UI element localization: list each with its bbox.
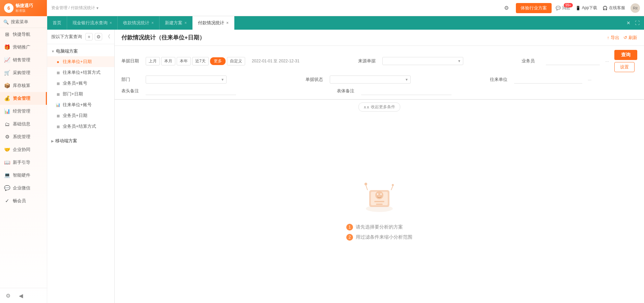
sidebar-item-enterprise[interactable]: 🤝 企业协同 bbox=[0, 143, 47, 156]
unit-input-more[interactable]: ··· bbox=[588, 77, 591, 82]
voucher-status-label: 单据状态 bbox=[305, 77, 324, 83]
tab-maximize-btn[interactable]: ⛶ bbox=[633, 19, 641, 27]
staff-input[interactable] bbox=[546, 57, 600, 65]
sales-icon: 📈 bbox=[4, 57, 10, 63]
collapse-conditions-btn[interactable]: ∧∧ 收起更多条件 bbox=[358, 102, 400, 112]
dept-select[interactable]: ▾ bbox=[146, 75, 227, 84]
scheme-icon-1: ▦ bbox=[55, 70, 61, 75]
scheme-item-unit-settle[interactable]: ▦ 往来单位+结算方式 bbox=[47, 67, 114, 78]
settings-gear-btn[interactable]: ⚙ bbox=[502, 3, 511, 13]
messages-btn[interactable]: 💬 消息 99+ bbox=[556, 5, 570, 11]
mobile-scheme-section: ▶ 移动端方案 bbox=[47, 134, 114, 148]
guide-icon: 📖 bbox=[4, 159, 10, 165]
tab-close-receipt[interactable]: × bbox=[151, 21, 154, 25]
sidebar-collapse-btn[interactable]: ◀ bbox=[16, 291, 26, 300]
tab-close-cash-flow[interactable]: × bbox=[110, 21, 112, 25]
header-note-label: 表头备注 bbox=[121, 88, 140, 94]
mobile-section-arrow: ▶ bbox=[51, 139, 54, 143]
tab-close-window-btn[interactable]: ✕ bbox=[624, 19, 633, 27]
member-icon: ✓ bbox=[4, 198, 10, 204]
filter-settings-btn[interactable]: 设置 bbox=[614, 62, 635, 72]
sidebar-item-finance[interactable]: 💰 资金管理 bbox=[0, 92, 47, 105]
sidebar-item-purchase[interactable]: 🛒 采购管理 bbox=[0, 66, 47, 79]
empty-illustration bbox=[359, 177, 400, 217]
scheme-item-unit-date[interactable]: ● 往来单位+日期 bbox=[47, 56, 114, 67]
date-buttons: 上月 本月 本年 近7天 更多 自定义 bbox=[146, 57, 245, 65]
left-panel-collapse-btn[interactable]: 《 bbox=[106, 34, 110, 40]
pc-section-title[interactable]: ▼ 电脑端方案 bbox=[47, 46, 114, 56]
unit-input[interactable] bbox=[514, 75, 582, 84]
user-avatar[interactable]: Rit bbox=[631, 3, 640, 13]
scheme-item-staff-account[interactable]: ▦ 业务员+账号 bbox=[47, 78, 114, 89]
pc-scheme-section: ▼ 电脑端方案 ● 往来单位+日期 ▦ 往来单位+结算方式 ▦ 业务员+账号 ▦ bbox=[47, 44, 114, 134]
sidebar-item-wechat[interactable]: 💬 企业微信 bbox=[0, 182, 47, 194]
sidebar-item-inventory[interactable]: 📦 库存核算 bbox=[0, 79, 47, 92]
add-scheme-btn[interactable]: + bbox=[85, 33, 93, 40]
scheme-item-unit-account[interactable]: 📊 往来单位+账号 bbox=[47, 99, 114, 110]
sidebar-item-basic[interactable]: 🗂 基础信息 bbox=[0, 118, 47, 130]
trial-btn[interactable]: 体验行业方案 bbox=[516, 3, 552, 13]
sidebar-item-guide[interactable]: 📖 新手引导 bbox=[0, 156, 47, 169]
date-btn-custom[interactable]: 自定义 bbox=[227, 57, 245, 65]
scheme-icon-5: ▦ bbox=[55, 113, 61, 118]
refresh-btn[interactable]: ↺ 刷新 bbox=[623, 35, 637, 41]
voucher-status-select[interactable]: ▾ bbox=[330, 75, 411, 84]
sidebar-item-member[interactable]: ✓ 畅会员 bbox=[0, 194, 47, 207]
sidebar-item-hardware[interactable]: 💻 智能硬件 bbox=[0, 169, 47, 182]
sidebar-item-operation[interactable]: 📊 经营管理 bbox=[0, 105, 47, 118]
query-btn[interactable]: 查询 bbox=[614, 50, 637, 60]
tab-close-payment[interactable]: × bbox=[226, 21, 229, 25]
staff-input-more[interactable]: ··· bbox=[605, 59, 609, 64]
scheme-settings-btn[interactable]: ⚙ bbox=[95, 33, 102, 40]
pc-section-arrow: ▼ bbox=[51, 50, 55, 53]
sidebar-item-system[interactable]: ⚙ 系统管理 bbox=[0, 130, 47, 143]
sidebar-item-sales[interactable]: 📈 销售管理 bbox=[0, 54, 47, 66]
mobile-section-title[interactable]: ▶ 移动端方案 bbox=[47, 136, 114, 146]
app-download-btn[interactable]: 📱 App下载 bbox=[576, 5, 597, 11]
svg-point-3 bbox=[375, 191, 383, 199]
date-btn-this-year[interactable]: 本年 bbox=[177, 57, 191, 65]
breadcrumb-dropdown-icon[interactable]: ▾ bbox=[96, 6, 98, 10]
tabs-spacer bbox=[234, 16, 622, 30]
finance-icon: 💰 bbox=[4, 95, 10, 101]
date-btn-more[interactable]: 更多 bbox=[210, 57, 226, 65]
page-header-actions: ↑ 导出 ↺ 刷新 bbox=[607, 35, 638, 41]
tab-new-scheme[interactable]: 新建方案 × bbox=[159, 16, 193, 30]
source-filter-label: 来源单据 bbox=[358, 58, 377, 64]
scheme-item-staff-date[interactable]: ▦ 业务员+日期 bbox=[47, 110, 114, 121]
empty-state: 1 请先选择要分析的方案 2 用过滤条件来缩小分析范围 bbox=[115, 114, 644, 303]
tab-receipt-stats[interactable]: 收款情况统计 × bbox=[118, 16, 159, 30]
phone-icon: 📱 bbox=[576, 6, 581, 10]
svg-line-8 bbox=[366, 185, 368, 190]
service-btn[interactable]: 🎧 在线客服 bbox=[603, 5, 625, 11]
tab-close-new-scheme[interactable]: × bbox=[184, 21, 187, 25]
sidebar-nav: ⊞ 快捷导航 🎁 营销推广 📈 销售管理 🛒 采购管理 📦 库存核算 💰 资金管… bbox=[0, 28, 47, 288]
svg-point-11 bbox=[392, 184, 394, 186]
tab-payment-stats[interactable]: 付款情况统计 × bbox=[193, 16, 234, 30]
sidebar-search[interactable]: 🔍 搜索菜单 bbox=[0, 16, 47, 28]
basic-icon: 🗂 bbox=[4, 121, 10, 127]
sidebar-item-quick-nav[interactable]: ⊞ 快捷导航 bbox=[0, 28, 47, 41]
date-btn-7days[interactable]: 近7天 bbox=[192, 57, 209, 65]
date-btn-last-month[interactable]: 上月 bbox=[146, 57, 160, 65]
tab-home[interactable]: 首页 bbox=[47, 16, 67, 30]
scheme-item-dept-date[interactable]: ▦ 部门+日期 bbox=[47, 89, 114, 99]
header-note-input[interactable] bbox=[146, 87, 236, 95]
system-icon: ⚙ bbox=[4, 134, 10, 140]
topbar-right: 💬 消息 99+ 📱 App下载 🎧 在线客服 Rit bbox=[556, 3, 640, 13]
sidebar-settings-btn[interactable]: ⚙ bbox=[3, 291, 13, 300]
date-filter-label: 单据日期 bbox=[121, 58, 140, 64]
date-btn-this-month[interactable]: 本月 bbox=[161, 57, 175, 65]
collapse-icon: ∧∧ bbox=[363, 105, 370, 110]
sidebar-footer: ⚙ ◀ bbox=[0, 288, 47, 303]
body-note-input[interactable] bbox=[361, 87, 451, 95]
wechat-icon: 💬 bbox=[4, 185, 10, 191]
svg-line-10 bbox=[391, 186, 393, 190]
export-btn[interactable]: ↑ 导出 bbox=[607, 35, 620, 41]
tab-cash-flow[interactable]: 现金银行流水查询 × bbox=[67, 16, 118, 30]
scheme-icon-4: 📊 bbox=[55, 102, 61, 108]
topbar-actions: ⚙ 体验行业方案 bbox=[502, 3, 552, 13]
source-select[interactable]: ▾ bbox=[382, 57, 463, 65]
scheme-item-staff-settle[interactable]: ▦ 业务员+结算方式 bbox=[47, 121, 114, 132]
sidebar-item-marketing[interactable]: 🎁 营销推广 bbox=[0, 41, 47, 54]
